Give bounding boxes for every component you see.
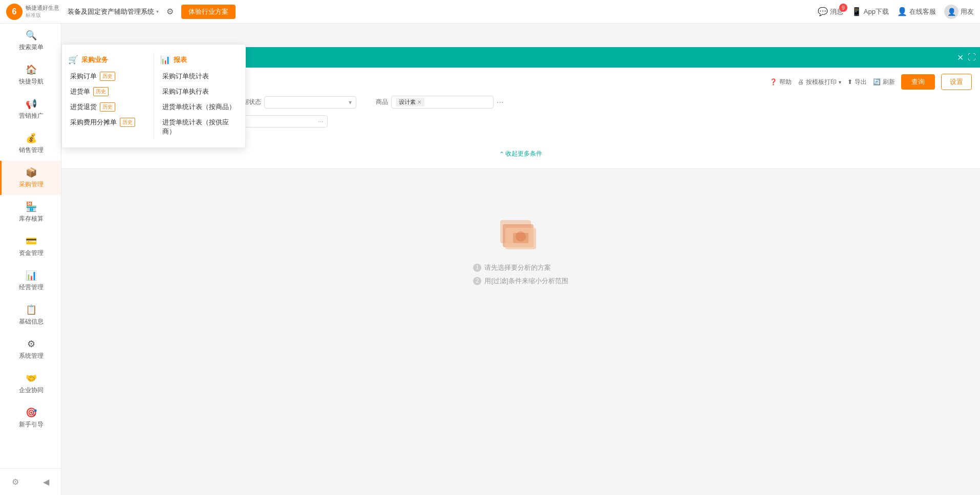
report-menu-icon: 📊 [160, 55, 171, 64]
chevron-down-icon[interactable]: ▾ [156, 9, 159, 14]
bottom-settings-button[interactable]: ⚙ [9, 474, 22, 490]
logo-area: 6 畅捷通好生意 标准版 [6, 4, 68, 20]
goods-tag-area[interactable]: 设计素 ✕ [391, 96, 494, 109]
dropdown-item-purchase-receive[interactable]: 进货单 历史 [68, 84, 147, 99]
goods-tag-close-icon[interactable]: ✕ [417, 99, 421, 105]
collapse-sidebar-button[interactable]: ◀ [40, 474, 52, 490]
empty-hint: 1 请先选择要分析的方案 2 用[过滤]条件来缩小分析范围 [473, 261, 568, 288]
collapse-button[interactable]: ⌃ 收起更多条件 [499, 149, 542, 158]
sidebar-item-basic[interactable]: 📋 基础信息 [0, 298, 61, 332]
logo-text: 畅捷通好生意 标准版 [26, 4, 59, 18]
sidebar-item-enterprise[interactable]: 🤝 企业协同 [0, 367, 61, 401]
message-icon: 💬 [818, 7, 828, 16]
sidebar-item-purchase[interactable]: 📦 采购管理 [0, 161, 61, 195]
purchase-icon: 📦 [26, 167, 37, 178]
sidebar-item-search[interactable]: 🔍 搜索菜单 [0, 24, 61, 58]
phone-icon: 📱 [851, 7, 862, 16]
sidebar-item-quick-nav[interactable]: 🏠 快捷导航 [0, 58, 61, 92]
dropdown-item-purchase-expense[interactable]: 采购费用分摊单 历史 [68, 115, 147, 130]
operation-icon: 📊 [26, 270, 37, 281]
print-icon: 🖨 [798, 78, 804, 85]
sidebar-bottom: ⚙ ◀ [0, 468, 61, 495]
goods-tag: 设计素 ✕ [396, 98, 424, 106]
settings-button[interactable]: ⚙ [163, 5, 177, 19]
purchase-menu-icon: 🛒 [68, 55, 78, 64]
dropdown-report-col: 📊 报表 采购订单统计表 采购订单执行表 进货单统计表（按商品） 进货单统计表（… [154, 53, 246, 139]
newbie-icon: 🎯 [26, 407, 37, 418]
sidebar-item-inventory[interactable]: 🏪 库存核算 [0, 195, 61, 229]
header-right: 💬 消息 9 📱 App下载 👤 在线客服 👤 用友 [818, 5, 974, 19]
svg-rect-4 [513, 233, 528, 243]
top-header: 6 畅捷通好生意 标准版 装备及固定资产辅助管理系统 ▾ ⚙ 体验行业方案 💬 … [0, 0, 980, 24]
history-badge: 历史 [100, 72, 115, 81]
logo-icon: 6 [6, 4, 23, 20]
sidebar-item-newbie[interactable]: 🎯 新手引导 [0, 401, 61, 435]
dropdown-item-receive-supplier[interactable]: 进货单统计表（按供应商） [160, 115, 240, 139]
dropdown-item-order-stat[interactable]: 采购订单统计表 [160, 69, 240, 84]
system-title: 装备及固定资产辅助管理系统 ▾ [68, 7, 159, 16]
message-button[interactable]: 💬 消息 9 [818, 7, 843, 16]
print-button[interactable]: 🖨 按模板打印 ▾ [798, 78, 841, 87]
doc-status-input[interactable]: ▾ [264, 96, 356, 109]
online-service-button[interactable]: 👤 在线客服 [897, 7, 936, 16]
refresh-icon: 🔄 [873, 78, 881, 85]
sidebar-item-marketing[interactable]: 📢 营销推广 [0, 92, 61, 126]
help-button[interactable]: ❓ 帮助 [770, 78, 792, 87]
dropdown-columns: 🛒 采购业务 采购订单 历史 进货单 历史 进货退货 历史 采购费用分摊单 历史 [62, 49, 245, 143]
history-badge-3: 历史 [100, 102, 115, 112]
header-nav: 装备及固定资产辅助管理系统 ▾ ⚙ 体验行业方案 [68, 5, 818, 19]
doc-status-filter: 单据状态 ▾ [236, 96, 356, 109]
collapse-up-icon: ⌃ [499, 150, 504, 158]
dropdown-item-purchase-return[interactable]: 进货退货 历史 [68, 99, 147, 115]
settings-filter-button[interactable]: 设置 [941, 74, 972, 90]
marketing-icon: 📢 [26, 98, 37, 110]
dropdown-item-purchase-order[interactable]: 采购订单 历史 [68, 69, 147, 84]
refresh-button[interactable]: 🔄 刷新 [873, 78, 895, 87]
query-button[interactable]: 查询 [901, 74, 935, 90]
dropdown-item-order-exec[interactable]: 采购订单执行表 [160, 84, 240, 99]
inventory-icon: 🏪 [26, 201, 37, 212]
help-icon: ❓ [770, 78, 777, 85]
finance-icon: 💳 [26, 235, 37, 247]
sidebar-item-operation[interactable]: 📊 经营管理 [0, 264, 61, 298]
sales-icon: 💰 [26, 133, 37, 144]
print-chevron-icon: ▾ [839, 79, 841, 85]
empty-state: 1 请先选择要分析的方案 2 用[过滤]条件来缩小分析范围 [61, 169, 980, 329]
salesperson-more-icon: ··· [318, 118, 323, 125]
export-button[interactable]: ⬆ 导出 [847, 78, 867, 87]
search-icon: 🔍 [26, 30, 37, 41]
tab-actions: ✕ ⛶ [957, 53, 976, 62]
enterprise-icon: 🤝 [26, 373, 37, 384]
user-avatar: 👤 [944, 5, 958, 19]
dropdown-menu: 🛒 采购业务 采购订单 历史 进货单 历史 进货退货 历史 采购费用分摊单 历史 [61, 44, 246, 148]
message-badge: 9 [839, 4, 847, 12]
service-icon: 👤 [897, 7, 907, 16]
tab-close-button[interactable]: ✕ [957, 53, 964, 62]
sidebar-item-system[interactable]: ⚙ 系统管理 [0, 332, 61, 367]
goods-more-button[interactable]: ··· [497, 98, 503, 107]
sidebar-item-sales[interactable]: 💰 销售管理 [0, 126, 61, 161]
empty-illustration [495, 210, 546, 251]
history-badge-4: 历史 [120, 118, 135, 127]
doc-status-arrow-icon: ▾ [349, 99, 352, 106]
user-menu-button[interactable]: 👤 用友 [944, 5, 974, 19]
system-icon: ⚙ [27, 338, 35, 350]
app-download-button[interactable]: 📱 App下载 [851, 7, 889, 16]
goods-filter: 商品 设计素 ✕ ··· [363, 96, 503, 109]
export-icon: ⬆ [847, 78, 853, 85]
industry-button[interactable]: 体验行业方案 [181, 5, 236, 19]
sidebar-item-finance[interactable]: 💳 资金管理 [0, 229, 61, 264]
sidebar: 🔍 搜索菜单 🏠 快捷导航 📢 营销推广 💰 销售管理 📦 采购管理 🏪 库存核… [0, 24, 61, 495]
basic-icon: 📋 [26, 304, 37, 315]
dropdown-purchase-header: 🛒 采购业务 [68, 53, 147, 69]
dropdown-item-receive-goods[interactable]: 进货单统计表（按商品） [160, 99, 240, 115]
history-badge-2: 历史 [93, 87, 109, 96]
dropdown-report-header: 📊 报表 [160, 53, 240, 69]
dropdown-purchase-col: 🛒 采购业务 采购订单 历史 进货单 历史 进货退货 历史 采购费用分摊单 历史 [62, 53, 154, 139]
home-icon: 🏠 [26, 64, 37, 75]
tab-expand-button[interactable]: ⛶ [968, 53, 976, 62]
